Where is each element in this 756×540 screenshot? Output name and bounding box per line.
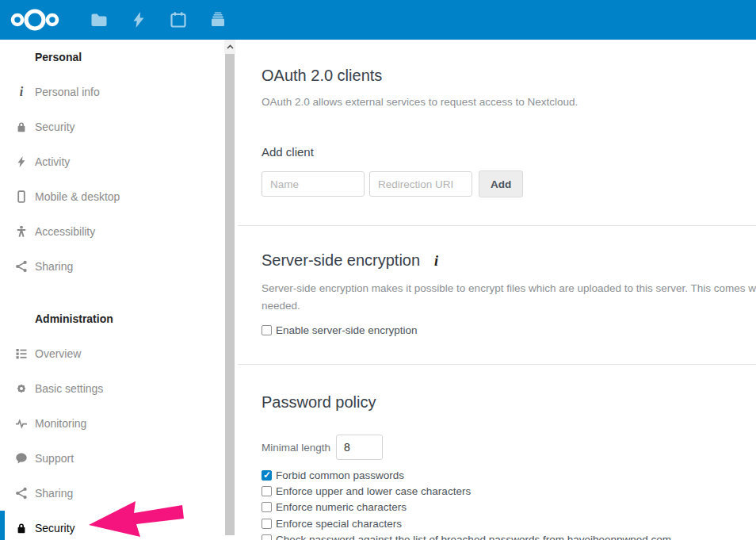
password-policy-options: Forbid common passwords Enforce upper an… [238,467,756,540]
oauth-title: OAuth 2.0 clients [238,40,756,85]
files-icon[interactable] [79,0,119,40]
scrollbar-thumb[interactable] [225,54,235,535]
check-hibp-row[interactable]: Check password against the list of breac… [262,531,756,540]
encryption-description: Server-side encryption makes it possible… [238,280,756,314]
oauth-description: OAuth 2.0 allows external services to re… [238,94,756,110]
check-hibp-checkbox[interactable] [262,534,272,540]
encryption-title: Server-side encryption [262,251,420,270]
oauth-section: OAuth 2.0 clients OAuth 2.0 allows exter… [238,40,756,226]
nextcloud-logo[interactable] [10,6,60,33]
chevron-up-icon [227,44,234,49]
enforce-case-checkbox[interactable] [262,486,272,496]
support-icon [15,452,28,465]
share-icon [15,260,28,273]
sidebar-item-security-personal[interactable]: Security [0,109,238,144]
info-icon: i [15,86,28,98]
sidebar-item-support[interactable]: Support [0,441,238,476]
monitoring-icon [15,417,28,430]
enforce-special-row[interactable]: Enforce special characters [262,515,756,531]
sidebar-scrollbar[interactable] [224,40,235,540]
enforce-numeric-checkbox[interactable] [262,502,272,512]
password-policy-section: Password policy Minimal length Forbid co… [238,365,756,540]
phone-icon [15,190,28,203]
deck-icon[interactable] [198,0,238,40]
add-client-label: Add client [238,145,756,159]
settings-sidebar: Personal i Personal info Security Activi… [0,40,238,540]
calendar-icon[interactable] [158,0,198,40]
sidebar-item-basic-settings[interactable]: Basic settings [0,371,238,406]
lock-icon [15,522,28,534]
sidebar-item-personal-info[interactable]: i Personal info [0,75,238,109]
sidebar-item-security-admin[interactable]: Security [0,511,238,540]
info-icon[interactable]: i [434,253,438,270]
sidebar-section-administration: Administration [0,301,238,336]
sidebar-item-activity[interactable]: Activity [0,144,238,179]
scrollbar-up-button[interactable] [224,40,235,54]
forbid-common-passwords-checkbox[interactable] [262,470,272,481]
add-client-button[interactable]: Add [479,170,523,197]
app-menu [79,0,238,40]
activity-icon[interactable] [119,0,158,40]
sidebar-item-sharing-admin[interactable]: Sharing [0,476,238,511]
overview-icon [15,347,28,360]
enforce-numeric-row[interactable]: Enforce numeric characters [262,500,756,515]
password-policy-title: Password policy [238,365,756,412]
minimal-length-label: Minimal length [262,442,330,454]
activity-icon [15,155,28,168]
redirection-uri-input[interactable] [369,171,472,197]
enforce-case-row[interactable]: Enforce upper and lower case characters [262,483,756,499]
enforce-special-checkbox[interactable] [262,519,272,529]
lock-icon [15,121,28,133]
enable-encryption-checkbox[interactable] [262,325,272,335]
client-name-input[interactable] [262,171,365,197]
sidebar-item-accessibility[interactable]: Accessibility [0,214,238,249]
encryption-section: Server-side encryption i Server-side enc… [238,226,756,365]
sidebar-section-personal: Personal [0,40,238,75]
share-icon [15,487,28,500]
settings-content: OAuth 2.0 clients OAuth 2.0 allows exter… [238,40,756,540]
accessibility-icon [15,225,28,238]
minimal-length-input[interactable] [336,435,383,460]
enable-encryption-label: Enable server-side encryption [276,324,418,336]
sidebar-item-monitoring[interactable]: Monitoring [0,406,238,441]
gear-icon [15,382,28,395]
top-header-bar [0,0,756,40]
enable-encryption-checkbox-row[interactable]: Enable server-side encryption [238,324,756,336]
sidebar-item-overview[interactable]: Overview [0,336,238,371]
sidebar-item-mobile-desktop[interactable]: Mobile & desktop [0,179,238,214]
sidebar-item-sharing-personal[interactable]: Sharing [0,249,238,284]
forbid-common-passwords-row[interactable]: Forbid common passwords [262,467,756,483]
